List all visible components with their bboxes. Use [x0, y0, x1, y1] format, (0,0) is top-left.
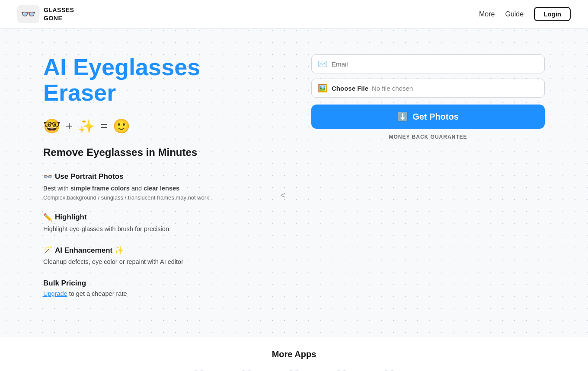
- emoji-glasses: 🤓: [43, 118, 61, 134]
- no-file-text: No file chosen: [372, 85, 413, 92]
- feature-portrait-sub: Complex background / sunglass / transluc…: [43, 194, 254, 201]
- email-icon: ✉️: [318, 59, 327, 69]
- bulk-title: Bulk Pricing: [43, 279, 254, 288]
- left-column: AI Eyeglasses Eraser 🤓 + ✨ = 🙂 Remove Ey…: [43, 54, 254, 311]
- nav-more[interactable]: More: [479, 10, 495, 18]
- feature-ai-desc: Cleanup defects, eye color or repaint wi…: [43, 257, 254, 267]
- nav: More Guide Login: [479, 7, 571, 21]
- feature-highlight-title: ✏️ Highlight: [43, 213, 254, 222]
- nav-guide[interactable]: Guide: [505, 10, 524, 18]
- login-button[interactable]: Login: [534, 7, 571, 21]
- subheading: Remove Eyeglasses in Minutes: [43, 146, 254, 159]
- logo[interactable]: 👓 GLASSES GONE: [17, 5, 74, 23]
- feature-ai-title: 🪄 AI Enhancement ✨: [43, 246, 254, 255]
- hero-title: AI Eyeglasses Eraser: [43, 54, 254, 106]
- more-apps-title: More Apps: [9, 349, 579, 359]
- email-input-wrapper[interactable]: ✉️: [311, 54, 545, 73]
- feature-highlight: ✏️ Highlight Highlight eye-glasses with …: [43, 213, 254, 234]
- email-input[interactable]: [332, 60, 538, 68]
- emoji-smile: 🙂: [113, 118, 130, 134]
- choose-file-label: Choose File: [332, 85, 368, 92]
- feature-highlight-desc: Highlight eye-glasses with brush for pre…: [43, 225, 254, 234]
- get-photos-button[interactable]: ⬇️ Get Photos: [311, 105, 545, 129]
- bulk-pricing: Bulk Pricing Upgrade to get a cheaper ra…: [43, 279, 254, 299]
- file-input-wrapper[interactable]: 🖼️ Choose File No file chosen: [311, 79, 545, 98]
- money-back-text: MONEY BACK GUARANTEE: [311, 134, 545, 140]
- more-apps-section: More Apps 👤Photo Bomb🙍Erase Background👕E…: [0, 337, 588, 371]
- download-icon: ⬇️: [397, 111, 408, 122]
- feature-ai: 🪄 AI Enhancement ✨ Cleanup defects, eye …: [43, 246, 254, 267]
- collapse-arrow[interactable]: <: [280, 190, 285, 200]
- emoji-equals: =: [100, 119, 107, 133]
- upgrade-link[interactable]: Upgrade: [43, 290, 67, 297]
- emoji-row: 🤓 + ✨ = 🙂: [43, 118, 254, 134]
- feature-portrait-title: 👓 Use Portrait Photos: [43, 172, 254, 181]
- logo-text: GLASSES GONE: [44, 6, 74, 22]
- feature-portrait: 👓 Use Portrait Photos Best with simple f…: [43, 172, 254, 201]
- image-icon: 🖼️: [318, 83, 327, 93]
- emoji-plus: +: [66, 119, 73, 133]
- right-column: ✉️ 🖼️ Choose File No file chosen ⬇️ Get …: [311, 54, 545, 140]
- logo-icon: 👓: [17, 5, 39, 23]
- feature-portrait-desc: Best with simple frame colors and clear …: [43, 184, 254, 193]
- bulk-desc: Upgrade to get a cheaper rate: [43, 289, 254, 299]
- emoji-wand: ✨: [78, 118, 95, 134]
